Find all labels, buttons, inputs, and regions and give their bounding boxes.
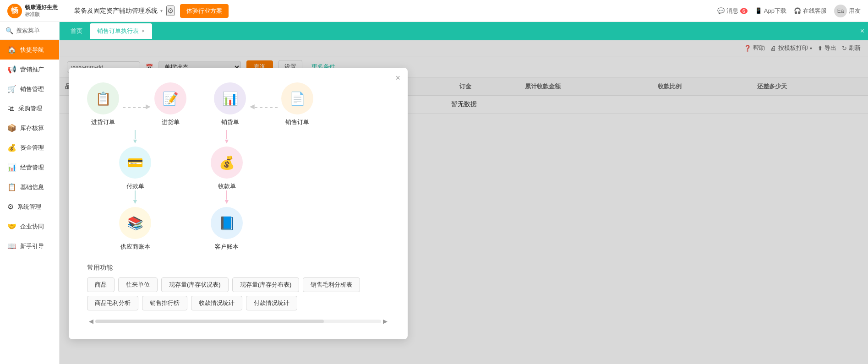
- function-btn-现存量(库存状况表)[interactable]: 现存量(库存状况表): [161, 277, 229, 292]
- sidebar-item-quick-nav[interactable]: 🏠快捷导航: [0, 40, 59, 60]
- purchase-order-label: 进货订单: [91, 118, 115, 126]
- sidebar-item-finance[interactable]: 💰资金管理: [0, 138, 59, 158]
- search-menu[interactable]: 🔍 搜索菜单: [0, 22, 59, 40]
- sales-bill-label: 销货单: [221, 118, 239, 126]
- supplier-account-label: 供应商账本: [120, 243, 150, 251]
- sidebar-label-inventory: 库存核算: [20, 124, 44, 132]
- scroll-bar-container[interactable]: [95, 320, 381, 323]
- sidebar-label-quick-nav: 快捷导航: [20, 46, 44, 54]
- sidebar-label-newbie: 新手引导: [20, 242, 44, 250]
- function-btn-商品[interactable]: 商品: [87, 277, 115, 292]
- purchase-bill-icon: 📝: [154, 82, 186, 114]
- sidebar-icon-finance: 💰: [7, 143, 16, 152]
- sidebar-item-enterprise[interactable]: 🤝企业协同: [0, 217, 59, 236]
- sidebar-label-marketing: 营销推广: [20, 65, 44, 74]
- message-label: 消息: [726, 7, 738, 15]
- main-area: 🔍 搜索菜单 🏠快捷导航📢营销推广🛒销售管理🛍采购管理📦库存核算💰资金管理📊经营…: [0, 22, 868, 364]
- logo-line2: 标准版: [25, 11, 58, 17]
- sidebar-item-newbie[interactable]: 📖新手引导: [0, 236, 59, 256]
- sidebar-label-basic: 基础信息: [20, 183, 44, 191]
- sidebar-item-basic[interactable]: 📋基础信息: [0, 177, 59, 197]
- tab-home[interactable]: 首页: [63, 23, 90, 39]
- common-functions: 常用功能 商品往来单位现存量(库存状况表)现存量(库存分布表)销售毛利分析表商品…: [87, 264, 389, 310]
- sidebar-icon-system: ⚙: [7, 202, 14, 211]
- headset-icon: 🎧: [794, 7, 801, 14]
- function-btn-付款情况统计[interactable]: 付款情况统计: [246, 296, 297, 310]
- function-btn-销售排行榜[interactable]: 销售排行榜: [142, 296, 187, 310]
- sidebar-label-enterprise: 企业协同: [20, 223, 44, 231]
- app-wrapper: 畅 畅康通好生意 标准版 装备及固定资产辅助管理系统 ▾ ⚙ 体验行业方案 💬 …: [0, 0, 868, 364]
- online-service-item[interactable]: 🎧 在线客服: [794, 7, 827, 15]
- sidebar-item-sales[interactable]: 🛒销售管理: [0, 79, 59, 99]
- gear-button[interactable]: ⚙: [166, 5, 175, 16]
- popup-overlay: × 📋: [60, 40, 868, 364]
- avatar: Ea: [834, 5, 847, 17]
- scroll-left-arrow[interactable]: ◀: [87, 318, 95, 325]
- message-icon: 💬: [717, 7, 725, 14]
- app-download-item[interactable]: 📱 App下载: [755, 7, 786, 15]
- sidebar-icon-management: 📊: [7, 163, 16, 172]
- tab-bar: 首页 销售订单执行表 × ×: [60, 22, 868, 40]
- user-label: 用友: [849, 7, 861, 15]
- payment-bill-icon: 💳: [119, 147, 151, 179]
- system-title-text: 装备及固定资产辅助管理系统: [74, 7, 158, 15]
- search-icon: 🔍: [5, 27, 13, 34]
- sidebar-items: 🏠快捷导航📢营销推广🛒销售管理🛍采购管理📦库存核算💰资金管理📊经营管理📋基础信息…: [0, 40, 59, 256]
- tab-sales-execution[interactable]: 销售订单执行表 ×: [90, 23, 152, 39]
- sidebar-icon-quick-nav: 🏠: [7, 45, 16, 54]
- popup-close-button[interactable]: ×: [395, 73, 400, 83]
- message-badge: 6: [740, 8, 748, 14]
- payment-bill-label: 付款单: [126, 182, 144, 190]
- sidebar-icon-enterprise: 🤝: [7, 222, 16, 231]
- content-area: 首页 销售订单执行表 × × ❓ 帮助 🖨: [60, 22, 868, 364]
- sidebar-item-management[interactable]: 📊经营管理: [0, 158, 59, 177]
- receipt-bill-icon: 💰: [211, 147, 243, 179]
- tab-bar-close-button[interactable]: ×: [860, 27, 864, 35]
- logo-text: 畅康通好生意 标准版: [25, 4, 58, 18]
- trial-button[interactable]: 体验行业方案: [180, 4, 229, 18]
- system-dropdown-arrow[interactable]: ▾: [160, 8, 163, 13]
- customer-account-icon: 📘: [211, 207, 243, 239]
- sidebar-label-sales: 销售管理: [20, 85, 44, 93]
- common-functions-title: 常用功能: [87, 264, 389, 272]
- supplier-account-icon: 📚: [119, 207, 151, 239]
- sales-bill-icon: 📊: [214, 82, 246, 114]
- popup-box: × 📋: [69, 68, 408, 339]
- sidebar-icon-newbie: 📖: [7, 242, 16, 250]
- flow-item-sales-bill: 📊 销货单: [214, 82, 246, 126]
- sidebar-label-management: 经营管理: [20, 163, 44, 172]
- scroll-bar-thumb: [95, 320, 324, 323]
- sidebar-icon-marketing: 📢: [7, 65, 16, 74]
- logo-char: 畅: [11, 6, 18, 16]
- sidebar-icon-basic: 📋: [7, 183, 16, 191]
- function-btn-销售毛利分析表[interactable]: 销售毛利分析表: [303, 277, 360, 292]
- tab-home-label: 首页: [71, 27, 82, 35]
- sidebar-icon-inventory: 📦: [7, 124, 16, 132]
- flow-item-sales-order: 📄 销售订单: [281, 82, 313, 126]
- sales-order-icon: 📄: [281, 82, 313, 114]
- scroll-right-arrow[interactable]: ▶: [381, 318, 389, 325]
- avatar-text: Ea: [837, 8, 844, 14]
- function-btn-收款情况统计[interactable]: 收款情况统计: [191, 296, 242, 310]
- sidebar-icon-sales: 🛒: [7, 85, 16, 93]
- top-bar: 畅 畅康通好生意 标准版 装备及固定资产辅助管理系统 ▾ ⚙ 体验行业方案 💬 …: [0, 0, 868, 22]
- user-item[interactable]: Ea 用友: [834, 5, 861, 17]
- sidebar-item-system[interactable]: ⚙系统管理: [0, 197, 59, 217]
- tab-sales-label: 销售订单执行表: [97, 27, 139, 35]
- function-btn-商品毛利分析[interactable]: 商品毛利分析: [87, 296, 138, 310]
- receipt-bill-label: 收款单: [218, 182, 236, 190]
- tab-close-icon[interactable]: ×: [142, 28, 145, 34]
- sidebar: 🔍 搜索菜单 🏠快捷导航📢营销推广🛒销售管理🛍采购管理📦库存核算💰资金管理📊经营…: [0, 22, 60, 364]
- function-btn-现存量(库存分布表)[interactable]: 现存量(库存分布表): [232, 277, 300, 292]
- top-right-area: 💬 消息 6 📱 App下载 🎧 在线客服 Ea 用友: [717, 5, 861, 17]
- sidebar-item-inventory[interactable]: 📦库存核算: [0, 118, 59, 138]
- sidebar-item-purchase[interactable]: 🛍采购管理: [0, 99, 59, 118]
- function-btn-往来单位[interactable]: 往来单位: [118, 277, 158, 292]
- system-title-area: 装备及固定资产辅助管理系统 ▾: [74, 7, 163, 15]
- message-item[interactable]: 💬 消息 6: [717, 7, 748, 15]
- sidebar-label-finance: 资金管理: [20, 144, 44, 152]
- flow-item-customer-account: 📘 客户账本: [211, 207, 243, 251]
- sales-order-label: 销售订单: [285, 118, 309, 126]
- sidebar-item-marketing[interactable]: 📢营销推广: [0, 60, 59, 79]
- purchase-bill-label: 进货单: [162, 118, 180, 126]
